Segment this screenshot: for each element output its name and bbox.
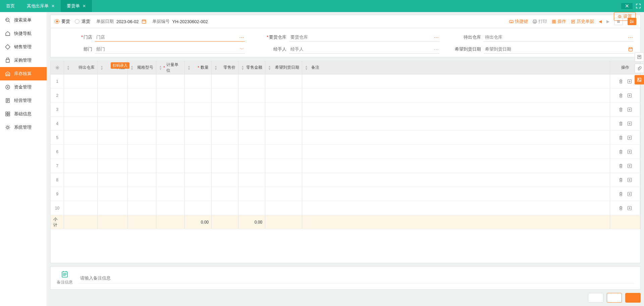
row-delete-icon[interactable] xyxy=(619,149,623,154)
row-add-icon[interactable] xyxy=(627,93,632,98)
expect-input[interactable] xyxy=(484,45,634,54)
row-add-icon[interactable] xyxy=(627,206,632,210)
more-icon[interactable]: ⋯ xyxy=(434,34,439,40)
doc-date-value[interactable]: 2023-06-02 xyxy=(116,19,139,24)
calendar-icon[interactable] xyxy=(142,19,146,24)
table-row[interactable]: 10 xyxy=(51,201,640,215)
sidebar-item-basic[interactable]: 基础信息 xyxy=(0,107,47,121)
sidebar-item-business[interactable]: 经营管理 xyxy=(0,94,47,107)
row-index: 8 xyxy=(51,173,64,187)
table-row[interactable]: 8 xyxy=(51,173,640,187)
history-button[interactable]: 历史单据 xyxy=(571,18,594,24)
more-icon[interactable]: ⋯ xyxy=(239,34,244,40)
th-qty[interactable]: ▲▼*数量 xyxy=(185,61,212,74)
fullscreen-icon[interactable] xyxy=(633,4,644,8)
shortcut-button[interactable]: 快捷键 xyxy=(509,18,528,24)
btn-primary[interactable] xyxy=(625,293,641,303)
operate-button[interactable]: 操作 xyxy=(552,18,566,24)
row-add-icon[interactable] xyxy=(627,164,632,168)
table-row[interactable]: 9 xyxy=(51,187,640,201)
table-row[interactable]: 6 xyxy=(51,145,640,159)
history-prev-icon[interactable]: ◀ xyxy=(599,19,602,24)
row-delete-icon[interactable] xyxy=(619,121,623,126)
sidebar-item-label: 经营管理 xyxy=(14,98,32,104)
tab-close-icon[interactable]: ✕ xyxy=(83,4,86,8)
sidebar-item-system[interactable]: 系统管理 xyxy=(0,121,47,134)
print-button[interactable]: 打印 xyxy=(533,18,547,24)
th-product[interactable]: ▲▼*商品 扫码录入 xyxy=(98,61,128,74)
remark-input[interactable] xyxy=(79,273,634,284)
btn-plain[interactable] xyxy=(588,293,603,303)
th-price[interactable]: ▲▼零售价 xyxy=(212,61,238,74)
table-row[interactable]: 1 xyxy=(51,74,640,88)
row-delete-icon[interactable] xyxy=(619,79,623,84)
th-amount[interactable]: ▲▼零售金额 xyxy=(238,61,265,74)
table-row[interactable]: 3 xyxy=(51,103,640,117)
row-delete-icon[interactable] xyxy=(619,135,623,140)
th-out-warehouse[interactable]: ▲▼待出仓库 xyxy=(64,61,98,74)
row-add-icon[interactable] xyxy=(627,192,632,196)
table-row[interactable]: 7 xyxy=(51,159,640,173)
sidebar-item-purchase[interactable]: 采购管理 xyxy=(0,54,47,67)
tab-requisition[interactable]: 要货单 ✕ xyxy=(61,0,92,12)
sidebar-item-label: 销售管理 xyxy=(14,44,32,50)
row-add-icon[interactable] xyxy=(627,79,632,84)
history-next-icon[interactable]: ▶ xyxy=(606,19,609,24)
right-tool-strip xyxy=(635,52,644,84)
table-row[interactable]: 5 xyxy=(51,131,640,145)
row-delete-icon[interactable] xyxy=(619,93,623,98)
row-delete-icon[interactable] xyxy=(619,192,623,196)
handler-input[interactable] xyxy=(289,45,439,54)
tab-other-outbound[interactable]: 其他出库单 ✕ xyxy=(21,0,61,12)
tab-home[interactable]: 首页 xyxy=(0,0,21,12)
chevron-down-icon[interactable]: ﹀ xyxy=(240,46,244,52)
table-row[interactable]: 4 xyxy=(51,117,640,131)
strip-note-icon[interactable] xyxy=(635,52,644,62)
th-spec[interactable]: ▲▼规格型号 xyxy=(128,61,156,74)
reqwh-input[interactable] xyxy=(289,33,439,42)
row-delete-icon[interactable] xyxy=(619,164,623,168)
settings-button[interactable]: 设置 xyxy=(614,12,636,21)
table-row[interactable]: 2 xyxy=(51,88,640,103)
svg-rect-4 xyxy=(8,112,10,114)
tab-label: 其他出库单 xyxy=(27,3,49,9)
more-icon[interactable]: ⋯ xyxy=(628,34,633,40)
store-input[interactable] xyxy=(95,33,245,42)
row-add-icon[interactable] xyxy=(627,149,632,154)
sidebar-item-finance[interactable]: 资金管理 xyxy=(0,80,47,94)
radio-request[interactable]: 要货 xyxy=(55,18,70,24)
home-icon xyxy=(5,30,11,37)
sidebar-item-quicknav[interactable]: 快捷导航 xyxy=(0,27,47,40)
row-delete-icon[interactable] xyxy=(619,206,623,210)
sidebar-search[interactable]: 搜索菜单 xyxy=(0,13,47,27)
row-delete-icon[interactable] xyxy=(619,107,623,112)
row-delete-icon[interactable] xyxy=(619,178,623,182)
th-unit[interactable]: ▲▼*计量单位 xyxy=(156,61,185,74)
row-add-icon[interactable] xyxy=(627,107,632,112)
outwh-input[interactable] xyxy=(484,33,634,42)
radio-return[interactable]: 退货 xyxy=(75,18,90,24)
dept-input[interactable] xyxy=(95,45,245,54)
svg-rect-34 xyxy=(638,78,641,81)
table-body[interactable]: 12345678910小计0.000.00 xyxy=(51,74,640,263)
th-expect-date[interactable]: ▲▼希望到货日期 xyxy=(265,61,302,74)
row-add-icon[interactable] xyxy=(627,178,632,182)
strip-image-icon[interactable] xyxy=(635,75,644,84)
row-add-icon[interactable] xyxy=(627,121,632,126)
calendar-icon[interactable] xyxy=(628,47,633,52)
more-icon[interactable]: ⋯ xyxy=(434,46,439,52)
sidebar-item-sales[interactable]: 销售管理 xyxy=(0,40,47,54)
th-gear[interactable] xyxy=(51,61,64,74)
scan-entry-badge[interactable]: 扫码录入 xyxy=(111,62,129,69)
svg-rect-12 xyxy=(534,22,536,23)
svg-rect-14 xyxy=(554,20,555,21)
tabbar-close-icon[interactable]: ✕ xyxy=(621,3,633,9)
strip-attach-icon[interactable] xyxy=(635,64,644,73)
th-remark[interactable]: ▲▼备注 xyxy=(302,61,610,74)
row-add-icon[interactable] xyxy=(627,135,632,140)
sidebar-item-inventory[interactable]: 库存核算 xyxy=(0,67,47,80)
btn-outline[interactable] xyxy=(607,293,622,303)
row-index: 9 xyxy=(51,187,64,201)
tab-close-icon[interactable]: ✕ xyxy=(51,4,55,8)
sidebar-item-label: 快捷导航 xyxy=(14,30,32,37)
